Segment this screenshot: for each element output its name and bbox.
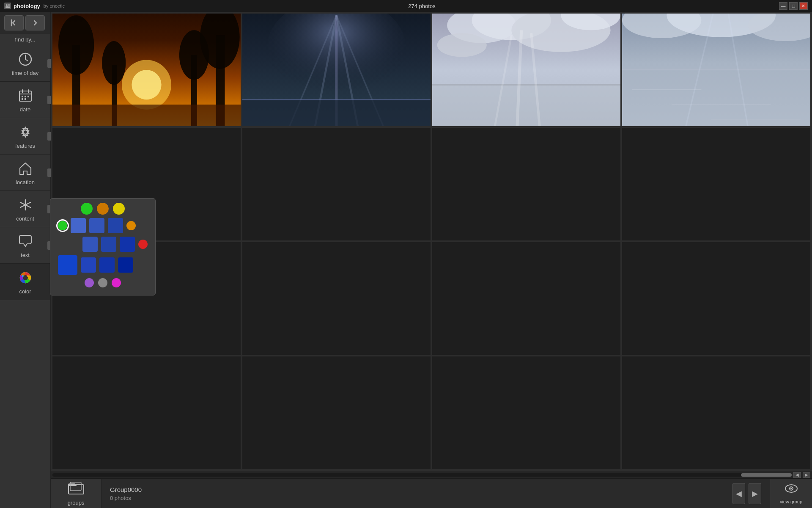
minimize-button[interactable]: — (779, 2, 787, 10)
photo-thumbnail-4 (622, 14, 810, 126)
color-row-1 (55, 203, 151, 215)
home-icon (16, 160, 34, 177)
photo-cell-11[interactable] (432, 242, 620, 355)
svg-rect-35 (52, 105, 241, 126)
scrollbar-track[interactable] (52, 473, 792, 477)
scrollbar-thumb[interactable] (741, 473, 792, 477)
svg-point-23 (25, 280, 26, 282)
maximize-button[interactable]: □ (789, 2, 798, 10)
group-count: 0 photos (110, 495, 716, 501)
color-orange-small[interactable] (126, 221, 136, 230)
photo-cell-15[interactable] (432, 356, 620, 469)
svg-rect-12 (27, 96, 29, 97)
titlebar-left: photology by enoetic (4, 3, 65, 9)
view-group-label: view group (780, 499, 802, 504)
chat-icon (16, 232, 34, 250)
svg-point-22 (22, 275, 24, 277)
photo-cell-14[interactable] (242, 356, 431, 469)
sidebar-item-color-label: color (19, 288, 31, 295)
photo-cell-8[interactable] (622, 128, 810, 240)
close-button[interactable]: ✕ (799, 2, 808, 10)
app-name: photology (14, 3, 40, 9)
titlebar-controls: — □ ✕ (779, 2, 808, 10)
svg-point-21 (27, 275, 29, 277)
photo-count-label: 274 photos (408, 3, 435, 9)
color-wheel-icon (16, 269, 34, 287)
sidebar: find by... time of day (0, 12, 51, 508)
sidebar-item-date[interactable]: date (0, 82, 50, 118)
asterisk-icon (16, 196, 34, 214)
color-magenta-small[interactable] (112, 278, 121, 287)
svg-rect-10 (22, 96, 23, 97)
sidebar-item-time-of-day[interactable]: time of day (0, 45, 50, 82)
sidebar-item-color[interactable]: color (0, 264, 50, 300)
photo-cell-3[interactable] (432, 14, 620, 126)
sidebar-item-location-label: location (16, 179, 35, 185)
prev-group-button[interactable]: ◀ (732, 483, 745, 504)
next-group-button[interactable]: ▶ (749, 483, 761, 504)
sidebar-item-content-label: content (16, 215, 34, 222)
sidebar-tab-time (47, 59, 51, 68)
color-blue-sq3[interactable] (108, 218, 123, 233)
scroll-right-button[interactable]: ▶ (803, 472, 810, 478)
svg-point-28 (58, 15, 94, 75)
app-logo (4, 3, 11, 9)
color-blue-sq5[interactable] (101, 237, 116, 252)
color-row-4 (55, 255, 151, 275)
svg-point-30 (102, 41, 126, 85)
gear-icon (16, 123, 34, 141)
photo-cell-13[interactable] (52, 356, 241, 469)
color-blue-sq4[interactable] (82, 237, 98, 252)
scrollbar-area: ◀ ▶ (51, 471, 812, 478)
photo-cell-12[interactable] (622, 242, 810, 355)
color-blue-sq8[interactable] (99, 257, 115, 273)
sidebar-item-location[interactable]: location (0, 155, 50, 191)
svg-rect-2 (8, 4, 10, 7)
svg-point-71 (790, 488, 792, 489)
svg-rect-51 (432, 85, 620, 126)
groups-button-label: groups (68, 500, 85, 506)
group-info: Group0000 0 photos (102, 486, 724, 501)
color-blue-sq2[interactable] (89, 218, 104, 233)
sidebar-item-time-label: time of day (12, 70, 39, 76)
photo-cell-1[interactable] (52, 14, 241, 126)
photo-cell-7[interactable] (432, 128, 620, 240)
color-red-small[interactable] (138, 240, 148, 249)
photo-cell-2[interactable] (242, 14, 431, 126)
color-orange-large[interactable] (97, 203, 109, 215)
color-green-selected[interactable] (58, 221, 67, 230)
view-group-button[interactable]: view group (770, 479, 812, 508)
scroll-left-button[interactable]: ◀ (793, 472, 801, 478)
back-button[interactable] (4, 15, 24, 30)
sidebar-item-features[interactable]: features (0, 118, 50, 155)
photo-cell-10[interactable] (242, 242, 431, 355)
group-name: Group0000 (110, 486, 716, 493)
photo-cell-4[interactable] (622, 14, 810, 126)
color-yellow-large[interactable] (113, 203, 125, 215)
clock-icon (16, 50, 34, 68)
svg-rect-43 (242, 99, 431, 126)
group-navigation: ◀ ▶ (724, 483, 770, 504)
groups-button[interactable]: groups (51, 479, 102, 508)
svg-rect-14 (25, 98, 26, 100)
color-blue-sq6[interactable] (120, 237, 135, 252)
color-blue-sq9[interactable] (118, 257, 133, 273)
forward-button[interactable] (25, 15, 45, 30)
sidebar-item-date-label: date (20, 106, 30, 113)
color-blue-sq1[interactable] (71, 218, 86, 233)
color-purple-small[interactable] (85, 278, 94, 287)
photo-cell-16[interactable] (622, 356, 810, 469)
color-row-3 (55, 237, 151, 252)
find-by-label: find by... (0, 34, 50, 45)
color-picker-popup (50, 198, 156, 295)
color-green-large[interactable] (81, 203, 93, 215)
sidebar-tab-features (47, 132, 51, 141)
color-blue-sq7[interactable] (81, 257, 96, 273)
color-blue-large[interactable] (58, 255, 77, 275)
sidebar-item-content[interactable]: content (0, 191, 50, 227)
color-gray-small[interactable] (98, 278, 107, 287)
sidebar-item-text[interactable]: text (0, 227, 50, 264)
color-row-2 (55, 218, 151, 233)
photo-cell-6[interactable] (242, 128, 431, 240)
photo-grid (51, 12, 812, 471)
